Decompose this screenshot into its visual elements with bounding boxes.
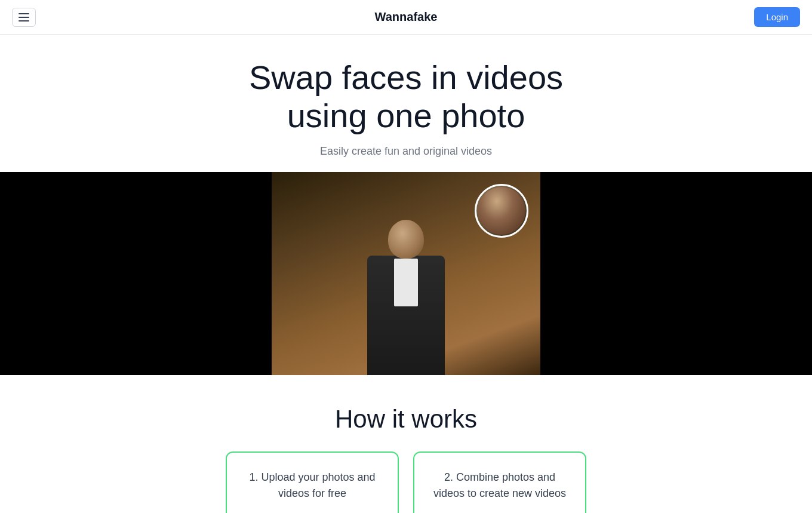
- face-overlay: [475, 184, 528, 238]
- face-inner: [478, 187, 525, 235]
- hero-title-line2: using one photo: [287, 97, 525, 134]
- hero-section: Swap faces in videos using one photo Eas…: [0, 35, 812, 172]
- hamburger-line-3: [19, 20, 29, 21]
- hamburger-line-1: [19, 13, 29, 14]
- person-shirt: [394, 259, 418, 306]
- hamburger-line-2: [19, 17, 29, 18]
- app-title: Wannafake: [375, 10, 438, 24]
- video-section: [0, 172, 812, 375]
- how-it-works-title: How it works: [12, 405, 800, 434]
- person-body: [367, 256, 445, 375]
- menu-button[interactable]: [12, 8, 36, 27]
- person-head: [388, 220, 424, 259]
- how-it-works-section: How it works 1. Upload your photos and v…: [0, 375, 812, 513]
- navbar: Wannafake Login: [0, 0, 812, 35]
- card-upload-text: 1. Upload your photos and videos for fre…: [245, 469, 380, 502]
- card-combine: 2. Combine photos and videos to create n…: [413, 451, 586, 513]
- person-figure: [367, 220, 445, 375]
- hero-title-line1: Swap faces in videos: [249, 59, 563, 96]
- video-player[interactable]: [272, 172, 540, 375]
- login-button[interactable]: Login: [754, 7, 800, 27]
- cards-container: 1. Upload your photos and videos for fre…: [12, 451, 800, 513]
- hero-title: Swap faces in videos using one photo: [12, 59, 800, 136]
- hero-subtitle: Easily create fun and original videos: [12, 145, 800, 158]
- card-combine-text: 2. Combine photos and videos to create n…: [432, 469, 567, 502]
- card-upload: 1. Upload your photos and videos for fre…: [226, 451, 399, 513]
